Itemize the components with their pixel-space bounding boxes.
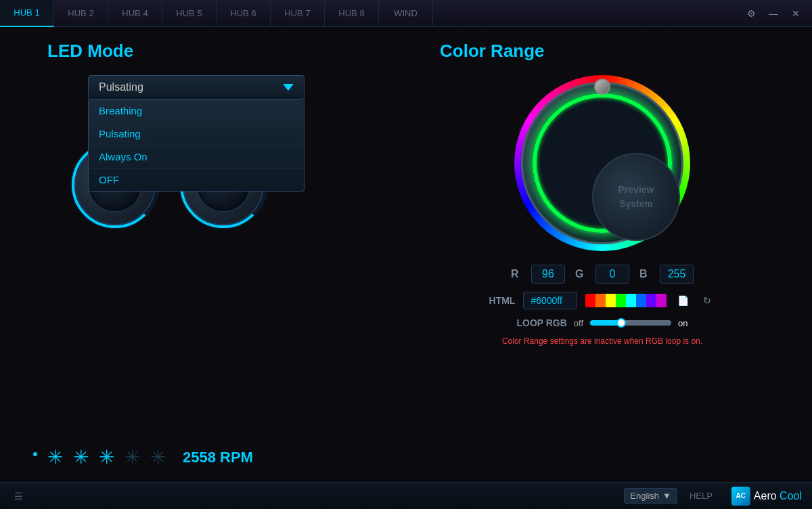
color-wheel-inner: PreviewSystem xyxy=(531,92,673,234)
loop-warning-text: Color Range settings are inactive when R… xyxy=(502,336,702,346)
reset-icon[interactable]: ↻ xyxy=(699,292,715,309)
settings-button[interactable]: ⚙ xyxy=(742,4,761,23)
fan-icon-1: ✳ xyxy=(47,446,63,468)
tab-hub7[interactable]: HUB 7 xyxy=(271,0,325,27)
minimize-button[interactable]: — xyxy=(764,4,783,23)
right-panel: Color Range PreviewSystem R 96 G xyxy=(399,41,792,468)
title-bar: HUB 1 HUB 2 HUB 4 HUB 5 HUB 6 HUB 7 HUB … xyxy=(0,0,812,27)
color-seg-red xyxy=(585,294,595,307)
language-dropdown[interactable]: English ▼ xyxy=(624,488,677,504)
tab-hub4[interactable]: HUB 4 xyxy=(108,0,162,27)
b-label: B xyxy=(639,268,650,280)
r-value[interactable]: 96 xyxy=(531,265,565,284)
fan-dot-1 xyxy=(33,452,37,456)
main-content: LED Mode Pulsating Breathing Pulsating A… xyxy=(0,27,812,482)
loop-slider[interactable] xyxy=(590,320,671,326)
option-off[interactable]: OFF xyxy=(89,169,304,191)
led-mode-selected-value: Pulsating xyxy=(99,81,143,93)
menu-icon[interactable]: ☰ xyxy=(10,488,26,504)
logo-area: AC Aero Cool xyxy=(731,487,802,506)
color-range-title: Color Range xyxy=(440,41,545,62)
tab-hub8[interactable]: HUB 8 xyxy=(325,0,379,27)
window-controls: ⚙ — ✕ xyxy=(742,4,812,23)
preview-text: PreviewSystem xyxy=(618,183,654,211)
tab-hub5[interactable]: HUB 5 xyxy=(162,0,217,27)
logo-text: Aero Cool xyxy=(754,490,802,502)
color-wheel-handle[interactable] xyxy=(594,79,610,95)
option-pulsating[interactable]: Pulsating xyxy=(89,123,304,146)
close-button[interactable]: ✕ xyxy=(786,4,805,23)
loop-off-label: off xyxy=(574,318,583,328)
loop-rgb-row: LOOP RGB off on xyxy=(413,317,792,328)
tab-wind[interactable]: WIND xyxy=(379,0,433,27)
fan-icon-5: ✳ xyxy=(150,446,166,468)
logo-icon: AC xyxy=(731,487,750,506)
color-seg-blue xyxy=(636,294,646,307)
option-breathing[interactable]: Breathing xyxy=(89,99,304,123)
preview-center: PreviewSystem xyxy=(592,153,680,241)
color-seg-orange xyxy=(595,294,606,307)
led-mode-menu: Breathing Pulsating Always On OFF xyxy=(88,99,304,192)
fan-icon-2: ✳ xyxy=(73,446,89,468)
r-label: R xyxy=(511,268,521,280)
color-seg-green xyxy=(616,294,626,307)
g-label: G xyxy=(575,268,585,280)
left-panel: LED Mode Pulsating Breathing Pulsating A… xyxy=(20,41,399,468)
b-value[interactable]: 255 xyxy=(660,265,694,284)
g-value[interactable]: 0 xyxy=(595,265,629,284)
language-label: English xyxy=(630,491,659,501)
dropdown-arrow-icon xyxy=(283,84,294,91)
color-seg-yellow xyxy=(606,294,616,307)
rgb-row: R 96 G 0 B 255 xyxy=(413,265,792,284)
led-mode-title: LED Mode xyxy=(47,41,399,62)
copy-icon[interactable]: 📄 xyxy=(675,292,691,309)
color-seg-cyan xyxy=(626,294,636,307)
option-always-on[interactable]: Always On xyxy=(89,146,304,169)
html-row: HTML #6000ff 📄 ↻ xyxy=(413,292,792,309)
color-gradient-bar[interactable] xyxy=(585,294,667,307)
fan-icon-4: ✳ xyxy=(125,446,140,468)
color-seg-purple xyxy=(646,294,656,307)
rpm-display: 2558 RPM xyxy=(183,449,253,466)
loop-slider-thumb xyxy=(616,318,626,328)
bottom-bar: ☰ English ▼ HELP AC Aero Cool xyxy=(0,482,812,509)
logo-aero: Aero xyxy=(754,490,777,502)
loop-label: LOOP RGB xyxy=(516,317,566,328)
fan-area: ✳ ✳ ✳ ✳ ✳ 2558 RPM xyxy=(20,433,399,468)
html-value[interactable]: #6000ff xyxy=(523,292,577,309)
help-button[interactable]: HELP xyxy=(684,489,718,503)
lang-dropdown-arrow: ▼ xyxy=(662,491,671,501)
led-mode-dropdown-container: Pulsating Breathing Pulsating Always On … xyxy=(88,75,399,99)
tab-hub1[interactable]: HUB 1 xyxy=(0,0,54,27)
logo-cool: Cool xyxy=(780,490,802,502)
bottom-right: English ▼ HELP AC Aero Cool xyxy=(624,487,802,506)
led-mode-dropdown[interactable]: Pulsating xyxy=(88,75,304,99)
loop-on-label: on xyxy=(678,318,687,328)
color-seg-magenta xyxy=(656,294,667,307)
tab-hub6[interactable]: HUB 6 xyxy=(217,0,271,27)
color-wheel[interactable]: PreviewSystem xyxy=(514,75,690,251)
html-label: HTML xyxy=(489,295,516,306)
tab-hub2[interactable]: HUB 2 xyxy=(54,0,108,27)
fan-icon-3: ✳ xyxy=(99,446,114,468)
